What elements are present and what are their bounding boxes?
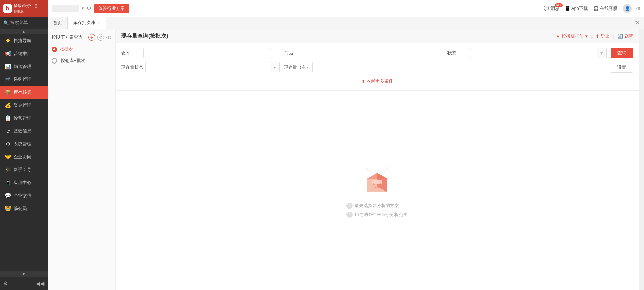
tab-inventory-batch[interactable]: 库存批次账 ✕: [68, 17, 106, 29]
scheme-inactive-indicator: [52, 58, 57, 64]
sidebar-item-inventory[interactable]: 📦 库存核算: [0, 86, 48, 99]
app-version: 标准版: [14, 9, 38, 14]
sidebar-footer: ⚙ ◀◀: [0, 276, 48, 290]
sidebar-item-label: 采购管理: [14, 76, 31, 83]
sidebar-item-label: 资金管理: [14, 102, 31, 108]
filter-area: 仓库 ··· 商品 ··· 状态: [116, 43, 639, 91]
filter-row-1: 仓库 ··· 商品 ··· 状态: [121, 48, 633, 58]
tab-close-icon[interactable]: ✕: [97, 20, 101, 25]
tip-1-number: 1: [346, 203, 353, 209]
scheme-warehouse-batch-label: 按仓库+批次: [61, 58, 85, 64]
sidebar-item-marketing[interactable]: 📢 营销推广: [0, 47, 48, 60]
product-filter-group: 商品 ···: [284, 48, 443, 58]
inventory-qty-label: 现存量（主）: [284, 64, 310, 70]
sidebar-search[interactable]: 🔍 搜索菜单: [0, 17, 48, 29]
online-service-btn[interactable]: 🎧 在线客服: [593, 5, 618, 12]
status-select-container: ▾: [470, 48, 607, 58]
product-input[interactable]: [307, 48, 434, 58]
tab-home[interactable]: 首页: [48, 17, 68, 29]
sidebar-settings-icon[interactable]: ⚙: [3, 280, 8, 287]
warehouse-label: 仓库: [121, 50, 141, 56]
sidebar-item-label: 基础信息: [14, 128, 31, 134]
user-menu[interactable]: 👤 Rit: [623, 4, 640, 13]
sidebar-item-label: 经营管理: [14, 115, 31, 121]
page-close-btn[interactable]: ✕: [631, 17, 644, 29]
tip-1-text: 请先选择要分析的方案: [355, 203, 399, 209]
inv-status-arrow[interactable]: ▾: [270, 62, 280, 72]
print-dropdown-icon[interactable]: ▾: [585, 34, 588, 39]
inventory-qty-max-input[interactable]: [365, 62, 405, 72]
empty-state: 1 请先选择要分析的方案 2 用过滤条件来缩小分析范围: [116, 91, 639, 290]
sidebar-item-base[interactable]: 🗂 基础信息: [0, 125, 48, 138]
app-title-group: 畅康通好生意 标准版: [14, 3, 38, 14]
sidebar-item-wechat[interactable]: 💬 企业微信: [0, 189, 48, 202]
scheme-settings-btn[interactable]: ⚙: [97, 34, 104, 41]
scheme-item-batch[interactable]: 按批次: [48, 43, 115, 55]
sidebar-item-collab[interactable]: 🤝 企业协同: [0, 150, 48, 163]
tabbar: 首页 库存批次账 ✕ ✕: [48, 17, 644, 29]
warehouse-filter-group: 仓库 ···: [121, 48, 280, 58]
inv-status-select[interactable]: [145, 62, 270, 72]
export-label: 导出: [601, 33, 610, 39]
ops-icon: 📋: [5, 115, 11, 121]
sidebar-scroll-down[interactable]: ▼: [0, 271, 48, 276]
online-service-label: 在线客服: [600, 6, 617, 11]
search-icon: 🔍: [3, 20, 9, 25]
sidebar-item-quick-nav[interactable]: ⚡ 快捷导航: [0, 34, 48, 47]
left-panel-header: 按以下方案查询 + ⚙ ≪: [48, 33, 115, 43]
filter-buttons: 查询: [611, 48, 633, 58]
sidebar-item-finance[interactable]: 💰 资金管理: [0, 99, 48, 112]
product-label: 商品: [284, 50, 305, 56]
sidebar-collapse-icon[interactable]: ◀◀: [36, 280, 44, 287]
sidebar-item-apps[interactable]: 📱 应用中心: [0, 176, 48, 189]
marketing-icon: 📢: [5, 51, 11, 57]
inventory-qty-min-input[interactable]: [312, 62, 353, 72]
warehouse-more-icon[interactable]: ···: [273, 50, 280, 56]
inventory-status-label: 现存量状态: [121, 64, 143, 70]
avatar: 👤: [623, 4, 632, 13]
collapse-more-btn[interactable]: ⬆ 收起更多条件: [121, 76, 633, 86]
export-btn[interactable]: ⬆ 导出: [596, 33, 610, 39]
system-icon: ⚙: [5, 141, 11, 147]
app-download-btn[interactable]: 📱 App下载: [565, 5, 588, 12]
refresh-btn[interactable]: 🔄 刷新: [617, 33, 633, 39]
sidebar-scroll-up[interactable]: ▲: [0, 29, 48, 34]
panel-collapse-icon[interactable]: ≪: [106, 35, 111, 40]
product-more-icon[interactable]: ···: [436, 50, 443, 56]
left-panel-actions: + ⚙ ≪: [88, 34, 111, 41]
sidebar-item-label: 新手引导: [14, 167, 31, 173]
topbar-gear-icon[interactable]: ⚙: [87, 5, 91, 12]
sidebar-item-sales[interactable]: 📊 销售管理: [0, 60, 48, 73]
messages-btn[interactable]: 💬 消息 99+: [544, 5, 559, 12]
print-btn[interactable]: 🖨 按模板打印 ▾: [556, 33, 588, 39]
print-label: 按模板打印: [562, 33, 584, 39]
scheme-batch-label: 按批次: [60, 46, 73, 52]
sidebar-search-label: 搜索菜单: [10, 20, 28, 26]
status-select[interactable]: [470, 48, 597, 58]
status-select-arrow[interactable]: ▾: [597, 48, 607, 58]
home-tab-label: 首页: [53, 20, 62, 26]
filter-row-2: 现存量状态 ▾ 现存量（主） —: [121, 62, 633, 73]
warehouse-input[interactable]: [143, 48, 271, 58]
add-scheme-btn[interactable]: +: [88, 34, 95, 41]
query-button[interactable]: 查询: [611, 48, 633, 58]
sidebar-item-label: 应用中心: [14, 180, 31, 186]
refresh-label: 刷新: [624, 33, 633, 39]
headset-icon: 🎧: [593, 6, 599, 11]
topbar-dropdown-icon[interactable]: ▾: [82, 6, 84, 11]
sidebar-item-member[interactable]: 👑 畅会员: [0, 202, 48, 215]
sidebar-item-guide[interactable]: 🎓 新手引导: [0, 163, 48, 176]
svg-line-6: [369, 170, 372, 173]
member-icon: 👑: [5, 205, 11, 212]
sidebar-item-purchase[interactable]: 🛒 采购管理: [0, 73, 48, 86]
settings-button[interactable]: 设置: [610, 62, 633, 73]
right-scrollbar[interactable]: [639, 29, 644, 290]
scheme-item-warehouse-batch[interactable]: 按仓库+批次: [48, 55, 115, 67]
user-name: Rit: [634, 6, 640, 11]
message-icon: 💬: [544, 6, 549, 11]
empty-tips: 1 请先选择要分析的方案 2 用过滤条件来缩小分析范围: [346, 203, 408, 218]
sidebar-item-ops[interactable]: 📋 经营管理: [0, 112, 48, 125]
experience-btn[interactable]: 体验行业方案: [94, 4, 129, 13]
sidebar-item-system[interactable]: ⚙ 系统管理: [0, 138, 48, 150]
sidebar-item-label: 系统管理: [14, 141, 31, 147]
